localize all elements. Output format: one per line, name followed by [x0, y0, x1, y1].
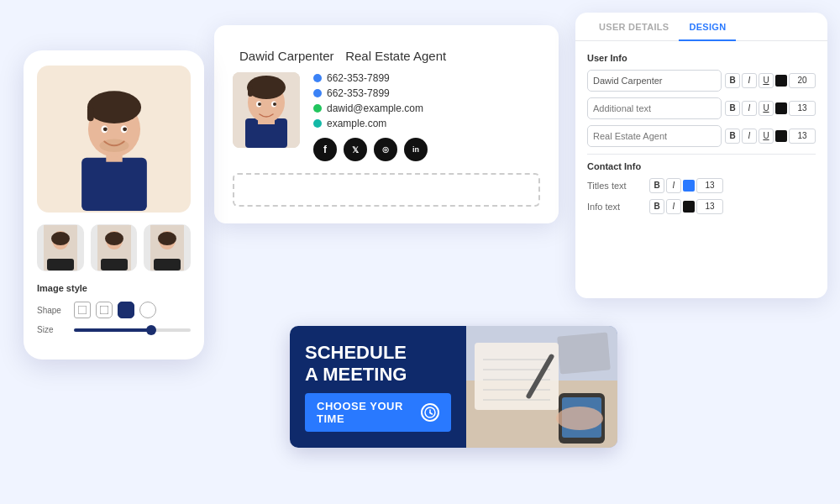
svg-rect-17	[101, 259, 128, 270]
contact-phone1: 662-353-7899	[313, 72, 540, 84]
color-swatch-info[interactable]	[683, 201, 695, 213]
svg-point-8	[102, 127, 107, 131]
email-dot	[313, 104, 322, 113]
size-label: Size	[37, 325, 69, 334]
email-contact: 662-353-7899 662-353-7899 dawid@example.…	[313, 72, 540, 161]
shape-label: Shape	[37, 306, 69, 315]
image-style-label: Image style	[37, 283, 191, 293]
email-name: Dawid Carpenter Real Estate Agent	[233, 45, 540, 64]
main-photo	[37, 66, 191, 213]
thumbnail-row	[37, 224, 191, 271]
svg-rect-21	[154, 259, 181, 270]
svg-point-34	[273, 102, 276, 106]
svg-point-4	[87, 91, 140, 123]
svg-rect-13	[47, 259, 74, 270]
tab-user-details[interactable]: USER DETAILS	[589, 13, 679, 40]
thumbnail-1[interactable]	[37, 224, 84, 271]
instagram-icon[interactable]: ◎	[374, 138, 397, 161]
size-slider[interactable]	[74, 328, 191, 332]
shape-options	[74, 302, 156, 318]
underline-btn-title[interactable]: U	[759, 129, 774, 144]
thumbnail-3[interactable]	[144, 224, 191, 271]
shape-rounded-active[interactable]	[118, 302, 134, 318]
name-field-row: B I U	[587, 70, 816, 92]
underline-btn-name[interactable]: U	[759, 73, 774, 88]
additional-format-btns: B I U	[725, 101, 816, 116]
underline-btn-add[interactable]: U	[759, 101, 774, 116]
titles-format-btns: B I	[649, 178, 723, 193]
italic-btn-add[interactable]: I	[742, 101, 757, 116]
schedule-left: SCHEDULE A MEETING CHOOSE YOUR TIME	[290, 326, 466, 448]
italic-btn-info[interactable]: I	[666, 199, 681, 214]
shape-row: Shape	[37, 302, 191, 318]
svg-point-22	[158, 232, 176, 245]
contact-website: example.com	[313, 118, 540, 129]
size-input-title[interactable]	[789, 129, 816, 144]
phone2-dot	[313, 89, 322, 97]
banner-placeholder	[233, 173, 540, 207]
schedule-banner: SCHEDULE A MEETING CHOOSE YOUR TIME	[290, 326, 617, 448]
additional-field-row: B I U	[587, 97, 816, 119]
choose-time-button[interactable]: CHOOSE YOUR TIME	[305, 393, 451, 432]
svg-point-47	[556, 407, 603, 430]
panel-tabs: USER DETAILS DESIGN	[575, 13, 827, 41]
color-swatch-title[interactable]	[775, 130, 787, 142]
right-panel: USER DETAILS DESIGN User Info B I U B I …	[575, 13, 827, 298]
italic-btn-titles[interactable]: I	[666, 178, 681, 193]
contact-email: dawid@example.com	[313, 102, 540, 114]
desk-photo-svg	[466, 326, 617, 448]
bold-btn-name[interactable]: B	[725, 73, 740, 88]
size-row: Size	[37, 325, 191, 334]
divider	[587, 154, 816, 155]
svg-point-29	[247, 76, 286, 99]
tab-design[interactable]: DESIGN	[679, 13, 736, 41]
contact-info-section: Contact Info	[587, 161, 816, 171]
clock-icon	[421, 403, 439, 422]
color-swatch-titles[interactable]	[683, 180, 695, 192]
svg-point-9	[123, 127, 127, 131]
email-body: 662-353-7899 662-353-7899 dawid@example.…	[233, 72, 540, 161]
name-input[interactable]	[587, 70, 722, 92]
size-input-titles[interactable]	[696, 178, 723, 193]
bold-btn-add[interactable]: B	[725, 101, 740, 116]
twitter-icon[interactable]: 𝕏	[344, 138, 367, 161]
main-person-image	[64, 68, 165, 211]
svg-rect-5	[87, 106, 93, 120]
schedule-title: SCHEDULE A MEETING	[305, 342, 451, 385]
titles-text-row: Titles text B I	[587, 178, 816, 193]
svg-point-18	[105, 232, 123, 245]
bold-btn-info[interactable]: B	[649, 199, 664, 214]
email-photo	[233, 72, 300, 148]
contact-phone2: 662-353-7899	[313, 87, 540, 99]
size-input-info[interactable]	[696, 199, 723, 214]
italic-btn-title[interactable]: I	[742, 129, 757, 144]
thumbnail-2[interactable]	[91, 224, 138, 271]
info-text-row: Info text B I	[587, 199, 816, 214]
shape-square[interactable]	[74, 302, 91, 318]
additional-input[interactable]	[587, 97, 722, 119]
name-format-btns: B I U	[725, 73, 816, 88]
shape-rounded[interactable]	[96, 302, 113, 318]
size-slider-thumb[interactable]	[146, 325, 156, 335]
title-input[interactable]	[587, 125, 722, 147]
user-info-section: User Info	[587, 53, 816, 63]
schedule-right-photo	[466, 326, 617, 448]
social-icons: f 𝕏 ◎ in	[313, 138, 540, 161]
color-swatch-add[interactable]	[775, 102, 787, 114]
mobile-card: Image style Shape Size	[24, 50, 204, 360]
website-dot	[313, 119, 322, 128]
shape-circle[interactable]	[139, 302, 156, 318]
italic-btn-name[interactable]: I	[742, 73, 757, 88]
size-input-name[interactable]	[789, 73, 816, 88]
svg-rect-23	[78, 306, 87, 314]
info-text-label: Info text	[587, 202, 646, 212]
linkedin-icon[interactable]: in	[404, 138, 428, 161]
svg-point-14	[51, 232, 70, 245]
email-preview: Dawid Carpenter Real Estate Agent 662-	[214, 25, 559, 223]
size-input-add[interactable]	[789, 101, 816, 116]
bold-btn-titles[interactable]: B	[649, 178, 664, 193]
color-swatch-name[interactable]	[775, 75, 787, 87]
svg-rect-30	[248, 87, 253, 97]
bold-btn-title[interactable]: B	[725, 129, 740, 144]
facebook-icon[interactable]: f	[313, 138, 337, 161]
